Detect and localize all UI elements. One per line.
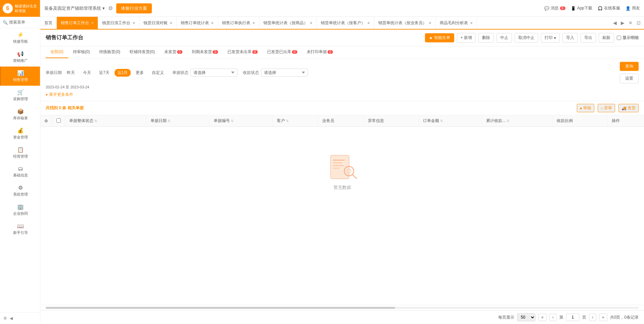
sidebar-search[interactable]: 🔍 搜索菜单 [0, 17, 40, 28]
tab-scroll-left-icon[interactable]: ◀ [612, 19, 618, 26]
smart-generate-button[interactable]: ★ 智能生单 [425, 33, 454, 42]
sort-icon[interactable]: ⇅ [507, 119, 509, 123]
industry-solution-button[interactable]: 体验行业方案 [116, 3, 152, 13]
expand-filter-button[interactable]: ▾ 展开更多条件 [46, 92, 73, 97]
per-page-select[interactable]: 20 50 100 [517, 313, 535, 321]
subtab-pending-check[interactable]: 待拣验货(0) [94, 46, 125, 58]
refresh-button[interactable]: 刷新 [599, 33, 614, 43]
sidebar-item-inventory[interactable]: 📦 库存核算 [0, 105, 40, 124]
ship-button[interactable]: 🚚 发货 [618, 104, 639, 112]
filter-date-item: 单据日期 昨天 今天 近7天 近1月 更多 自定义 [46, 69, 167, 77]
filter-payment-select[interactable]: 请选择 [261, 69, 308, 77]
import-button[interactable]: 导入 [562, 33, 578, 43]
th-checkbox[interactable] [52, 115, 65, 127]
next-page-button[interactable]: › [589, 314, 596, 321]
filter-query-area: 查询 设置 [620, 62, 639, 83]
sidebar-item-system[interactable]: ⚙ 系统管理 [0, 181, 40, 200]
tab-close-icon[interactable]: ✕ [211, 21, 214, 25]
tab-close-all-icon[interactable]: ✕ [627, 19, 634, 26]
show-detail-checkbox-label[interactable]: 显示明细 [617, 35, 639, 41]
tab-close-icon[interactable]: ✕ [252, 21, 255, 25]
topbar-settings-icon[interactable]: ⚙ [108, 5, 113, 11]
print-button[interactable]: 打印 ▾ [541, 33, 560, 43]
sidebar-item-operation[interactable]: 📋 经营管理 [0, 143, 40, 162]
subtab-shipped-out[interactable]: 已发货已出库0 [262, 46, 302, 58]
scroll-thumb[interactable] [46, 307, 395, 309]
page-input[interactable] [566, 314, 579, 321]
tab-close-icon[interactable]: ✕ [170, 21, 172, 25]
date-btn-today[interactable]: 今天 [80, 69, 94, 77]
query-button[interactable]: 查询 [620, 62, 639, 71]
tab-sales-summary-goods[interactable]: 销货单统计表（按商品） ✕ [259, 17, 317, 29]
tab-close-icon[interactable]: ✕ [91, 21, 94, 25]
sidebar-item-corp[interactable]: 🏢 企业协同 [0, 200, 40, 219]
export-button[interactable]: 导出 [581, 33, 596, 43]
sort-icon[interactable]: ⇅ [440, 119, 443, 123]
settings-gear-icon[interactable]: ⚙ [3, 316, 7, 321]
subtab-all[interactable]: 全部(0) [46, 46, 68, 58]
sidebar-item-marketing[interactable]: 📢 营销推广 [0, 47, 40, 67]
show-detail-checkbox[interactable] [617, 36, 621, 40]
tab-close-icon[interactable]: ✕ [429, 21, 431, 25]
date-btn-yesterday[interactable]: 昨天 [64, 69, 78, 77]
sidebar-item-basic[interactable]: 🗂 基础信息 [0, 162, 40, 181]
sidebar-item-guide[interactable]: 📖 新手引导 [0, 219, 40, 239]
tab-close-icon[interactable]: ✕ [367, 21, 370, 25]
tab-scroll-right-icon[interactable]: ▶ [619, 19, 626, 26]
system-title-dropdown[interactable]: 装备及固定资产辅助管理系统 ▾ [44, 5, 105, 11]
abandon-review-button[interactable]: ○ 弃审 [598, 104, 615, 112]
add-button[interactable]: + 新增 [457, 33, 476, 43]
subtab-overdue-ship[interactable]: 到期未发货0 [187, 46, 223, 58]
th-settings[interactable]: ⚙ [40, 115, 52, 127]
review-button[interactable]: ● 审核 [577, 104, 594, 112]
subtab-not-printed[interactable]: 未打印单据0 [302, 46, 338, 58]
tab-close-icon[interactable]: ✕ [470, 21, 473, 25]
sort-icon[interactable]: ⇅ [286, 119, 289, 123]
sidebar-item-finance[interactable]: 💰 资金管理 [0, 124, 40, 143]
date-btn-more[interactable]: 更多 [133, 69, 147, 77]
last-page-button[interactable]: » [599, 314, 607, 321]
tab-cash-daily[interactable]: 钱货日清工作台 ✕ [98, 17, 139, 29]
tab-sales-order[interactable]: 销售订单工作台 ✕ [57, 17, 98, 29]
tab-sales-exec[interactable]: 销售订单执行表 ✕ [218, 17, 259, 29]
prev-page-button[interactable]: ‹ [549, 314, 557, 321]
th-amount: 订单金额 ⇅ [419, 115, 482, 127]
tab-product-margin[interactable]: 商品毛利分析表 ✕ [436, 17, 477, 29]
subtab-shipped-not-out[interactable]: 已发货未出库0 [223, 46, 262, 58]
tab-sales-summary-staff[interactable]: 销货单统计表（按业务员） ✕ [374, 17, 436, 29]
delete-button[interactable]: 删除 [478, 33, 494, 43]
user-menu[interactable]: 👤 用友 [626, 5, 640, 11]
subtab-pending-review[interactable]: 待审核(0) [68, 46, 95, 58]
finance-icon: 💰 [17, 127, 24, 134]
date-btn-7days[interactable]: 近7天 [96, 69, 113, 77]
sort-icon[interactable]: ⇅ [168, 119, 170, 123]
sort-icon[interactable]: ⇅ [231, 119, 233, 123]
collapse-icon[interactable]: ◀ [10, 316, 13, 321]
sidebar-item-quick-nav[interactable]: ⚡ 快捷导航 [0, 28, 40, 47]
sidebar-item-purchase[interactable]: 🛒 采购管理 [0, 86, 40, 105]
table-right-actions: ● 审核 ○ 弃审 🚚 发货 [577, 104, 639, 112]
tab-sales-summary-customer[interactable]: 销货单统计表（按客户） ✕ [317, 17, 374, 29]
message-button[interactable]: 💬 消息 6 [544, 5, 565, 11]
tab-close-icon[interactable]: ✕ [132, 21, 135, 25]
select-all-checkbox[interactable] [56, 118, 61, 123]
scroll-track[interactable] [46, 307, 639, 309]
tab-cash-reconcile[interactable]: 钱货日清对账 ✕ [139, 17, 177, 29]
tab-close-icon[interactable]: ✕ [310, 21, 312, 25]
sidebar-item-sales[interactable]: 📊 销售管理 [0, 67, 40, 86]
first-page-button[interactable]: « [538, 314, 547, 321]
online-service-button[interactable]: 🎧 在线客服 [598, 5, 620, 11]
tab-menu-icon[interactable]: ⊡ [635, 19, 642, 26]
subtab-not-shipped[interactable]: 未发货0 [160, 46, 187, 58]
sort-icon[interactable]: ⇅ [94, 119, 97, 123]
date-btn-1month[interactable]: 近1月 [115, 69, 131, 77]
date-btn-custom[interactable]: 自定义 [149, 69, 167, 77]
subtab-wangpu-ship[interactable]: 旺铺待发货(0) [125, 46, 160, 58]
tab-home[interactable]: 首页 [40, 17, 57, 29]
filter-status-select[interactable]: 请选择 [190, 69, 238, 77]
tab-sales-stat[interactable]: 销售订单统计表 ✕ [177, 17, 218, 29]
app-download-button[interactable]: 📱 App下载 [571, 5, 592, 11]
filter-setting-button[interactable]: 设置 [620, 74, 639, 83]
cancel-stop-button[interactable]: 取消中止 [515, 33, 538, 43]
stop-button[interactable]: 中止 [497, 33, 512, 43]
